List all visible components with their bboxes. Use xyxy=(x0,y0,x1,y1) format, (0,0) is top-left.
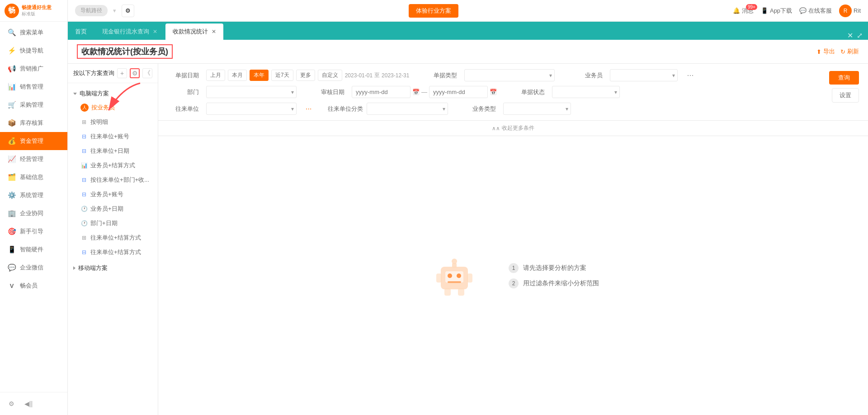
counterpart-type-select-wrap xyxy=(367,103,448,115)
tab-home[interactable]: 首页 xyxy=(68,24,94,40)
salesman-more-btn[interactable]: ··· xyxy=(687,71,693,80)
tab-close-all-btn[interactable]: ✕ xyxy=(847,31,853,40)
sidebar-item-wechat[interactable]: 💬 企业微信 xyxy=(0,259,67,277)
query-btn[interactable]: 查询 xyxy=(829,71,859,85)
tab-bank-flow-close[interactable]: ✕ xyxy=(153,28,157,35)
content-wrapper: 收款情况统计(按业务员) ⬆ 导出 ↻ 刷新 按以下方案查询 + xyxy=(68,40,868,415)
scheme-item-unit-account[interactable]: ⊟ 往来单位+账号 xyxy=(68,129,158,144)
message-btn[interactable]: 🔔 消息 99+ xyxy=(733,7,754,15)
tab-bank-flow[interactable]: 现金银行流水查询 ✕ xyxy=(95,24,165,40)
date-label: 单据日期 xyxy=(167,71,199,80)
doc-status-select[interactable] xyxy=(552,86,620,98)
scheme-item-unit-settlement1[interactable]: ⊞ 往来单位+结算方式 xyxy=(68,231,158,245)
sidebar-collapse-btn[interactable]: ◀|| xyxy=(22,397,35,410)
scheme-item-by-salesman[interactable]: 人 按业务员 xyxy=(68,100,158,115)
scheme-item-salesman-settlement[interactable]: 📊 业务员+结算方式 xyxy=(68,158,158,173)
sidebar-item-inventory[interactable]: 📦 库存核算 xyxy=(0,114,67,132)
sidebar-item-member[interactable]: V 畅会员 xyxy=(0,277,67,295)
settings-gear-btn[interactable]: ⚙ xyxy=(122,5,134,17)
date-btn-this-year[interactable]: 本年 xyxy=(250,70,269,81)
date-btn-7days[interactable]: 近7天 xyxy=(271,70,293,81)
topbar-actions: 体验行业方案 xyxy=(409,4,458,18)
scheme-item-unit-settlement2[interactable]: ⊟ 往来单位+结算方式 xyxy=(68,245,158,259)
counterpart-type-select[interactable] xyxy=(367,103,448,115)
app-download-btn[interactable]: 📱 App下载 xyxy=(761,7,792,15)
scheme-item-salesman-date[interactable]: 🕐 业务员+日期 xyxy=(68,202,158,216)
collapse-panel-btn[interactable]: 《 xyxy=(142,68,152,78)
scheme-item-salesman-account[interactable]: ⊟ 业务员+账号 xyxy=(68,187,158,202)
tab-receipt-stats[interactable]: 收款情况统计 ✕ xyxy=(165,24,223,40)
sidebar-item-operation[interactable]: 📈 经营管理 xyxy=(0,150,67,168)
marketing-icon: 📢 xyxy=(7,64,16,73)
scheme-settings-btn[interactable]: ⚙ xyxy=(130,68,140,78)
online-service-btn[interactable]: 💬 在线客服 xyxy=(799,7,832,15)
setting-btn[interactable]: 设置 xyxy=(832,88,859,103)
unit-settlement2-icon: ⊟ xyxy=(80,249,88,256)
date-btn-last-month[interactable]: 上月 xyxy=(206,70,225,81)
empty-tips: 1 请先选择要分析的方案 2 用过滤条件来缩小分析范围 xyxy=(509,263,599,288)
collapse-icon xyxy=(73,266,75,270)
filter-row-2: 部门 审核日期 📅 — xyxy=(167,86,824,98)
topbar: 导航路径 ▾ ⚙ 体验行业方案 🔔 消息 99+ 📱 App下载 💬 在线客服 … xyxy=(68,0,868,22)
sidebar-item-quicknav[interactable]: ⚡ 快捷导航 xyxy=(0,42,67,60)
filter-area: 单据日期 上月 本月 本年 近7天 更多 自定义 2023-01-01 xyxy=(158,64,868,121)
detail-icon: ⊞ xyxy=(80,118,88,126)
scheme-item-unit-date[interactable]: ⊟ 往来单位+日期 xyxy=(68,144,158,158)
logo-icon: 畅 xyxy=(5,4,19,18)
scheme-group-desktop-title[interactable]: 电脑端方案 xyxy=(68,87,158,100)
page-header-right: ⬆ 导出 ↻ 刷新 xyxy=(816,47,859,56)
left-panel: 按以下方案查询 + ⚙ 《 xyxy=(68,64,158,415)
review-date-to[interactable] xyxy=(429,86,488,98)
sidebar-item-system[interactable]: ⚙️ 系统管理 xyxy=(0,186,67,204)
scheme-item-by-detail[interactable]: ⊞ 按明细 xyxy=(68,115,158,129)
sidebar-item-sales[interactable]: 📊 销售管理 xyxy=(0,78,67,96)
dept-select[interactable] xyxy=(206,86,297,98)
review-date-label: 审核日期 xyxy=(313,88,344,96)
left-panel-body: 电脑端方案 人 按业务员 ⊞ 按明细 ⊟ 往来单位+账号 xyxy=(68,83,158,415)
sidebar: 畅 畅捷通好生意 标准版 🔍 搜索菜单 ⚡ 快捷导航 📢 营销推广 📊 销售管理… xyxy=(0,0,68,415)
collapse-up-icon: ∧∧ xyxy=(492,125,500,132)
sidebar-item-guide[interactable]: 🎯 新手引导 xyxy=(0,222,67,241)
trial-btn[interactable]: 体验行业方案 xyxy=(409,4,458,18)
counterpart-select[interactable] xyxy=(206,103,297,115)
member-icon: V xyxy=(7,281,16,290)
scheme-group-desktop: 电脑端方案 人 按业务员 ⊞ 按明细 ⊟ 往来单位+账号 xyxy=(68,87,158,259)
sidebar-item-enterprise[interactable]: 🏢 企业协同 xyxy=(0,204,67,222)
filter-row-1: 单据日期 上月 本月 本年 近7天 更多 自定义 2023-01-01 xyxy=(167,69,824,81)
user-profile[interactable]: R Rit xyxy=(839,5,861,17)
export-btn[interactable]: ⬆ 导出 xyxy=(816,47,835,56)
scheme-item-dept-date[interactable]: 🕐 部门+日期 xyxy=(68,216,158,231)
guide-icon: 🎯 xyxy=(7,227,16,236)
date-btn-custom[interactable]: 自定义 xyxy=(318,70,342,81)
add-scheme-btn[interactable]: + xyxy=(117,68,127,78)
biz-type-select[interactable] xyxy=(503,103,571,115)
scheme-item-unit-dept[interactable]: ⊟ 按往来单位+部门+收... xyxy=(68,173,158,187)
quicknav-icon: ⚡ xyxy=(7,46,16,55)
sidebar-item-purchase[interactable]: 🛒 采购管理 xyxy=(0,96,67,114)
doc-status-label: 单据状态 xyxy=(513,88,545,96)
sidebar-item-fund[interactable]: 💰 资金管理 xyxy=(0,132,67,150)
scheme-group-mobile-title[interactable]: 移动端方案 xyxy=(68,261,158,275)
counterpart-more-btn[interactable]: ··· xyxy=(306,105,311,113)
topbar-right: 🔔 消息 99+ 📱 App下载 💬 在线客服 R Rit xyxy=(733,5,861,17)
collapse-bar[interactable]: ∧∧ 收起更多条件 xyxy=(158,121,868,136)
sidebar-item-hardware[interactable]: 📱 智能硬件 xyxy=(0,241,67,259)
date-btn-this-month[interactable]: 本月 xyxy=(228,70,247,81)
basic-icon: 🗂️ xyxy=(7,173,16,182)
sidebar-item-marketing[interactable]: 📢 营销推广 xyxy=(0,60,67,78)
date-btn-more[interactable]: 更多 xyxy=(296,70,315,81)
refresh-btn[interactable]: ↻ 刷新 xyxy=(840,47,859,56)
date-calendar-icon-2[interactable]: 📅 xyxy=(490,89,497,95)
review-date-from[interactable] xyxy=(352,86,410,98)
scheme-group-mobile: 移动端方案 xyxy=(68,261,158,275)
sidebar-item-basic[interactable]: 🗂️ 基础信息 xyxy=(0,168,67,186)
doc-type-select[interactable] xyxy=(464,69,555,81)
salesman-select[interactable] xyxy=(610,69,678,81)
sidebar-settings-btn[interactable]: ⚙ xyxy=(5,397,18,410)
tab-expand-btn[interactable]: ⤢ xyxy=(857,31,863,40)
tab-receipt-stats-close[interactable]: ✕ xyxy=(212,28,216,35)
date-range: 2023-01-01 至 2023-12-31 xyxy=(345,71,410,79)
tab-bar: 首页 现金银行流水查询 ✕ 收款情况统计 ✕ ✕ ⤢ xyxy=(68,22,868,40)
date-calendar-icon-1[interactable]: 📅 xyxy=(412,89,420,95)
sidebar-item-search[interactable]: 🔍 搜索菜单 xyxy=(0,24,67,42)
